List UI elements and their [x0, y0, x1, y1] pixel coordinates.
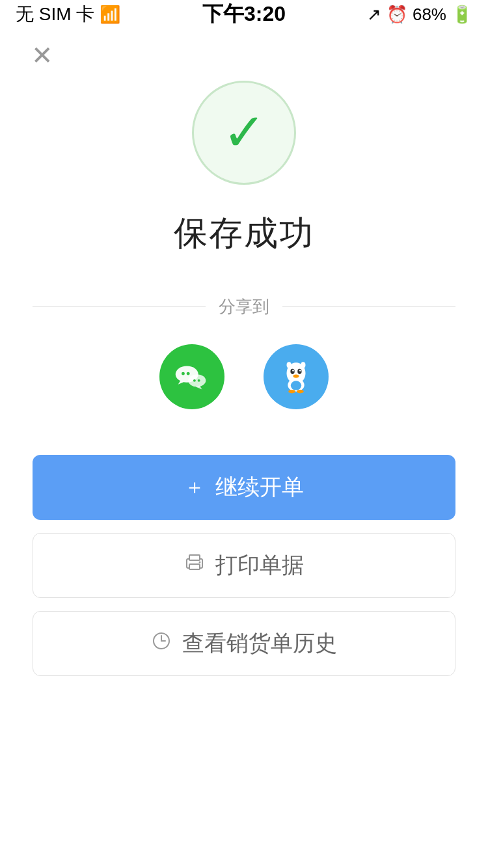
svg-point-12	[297, 369, 301, 374]
svg-point-13	[292, 370, 294, 372]
continue-order-button[interactable]: ＋ 继续开单	[33, 455, 455, 520]
battery-icon: 🔋	[452, 5, 472, 25]
qq-share-button[interactable]	[264, 344, 329, 409]
qq-icon	[277, 358, 315, 396]
svg-point-2	[182, 372, 185, 375]
wechat-share-button[interactable]	[159, 344, 224, 409]
svg-point-14	[299, 370, 301, 372]
history-icon	[151, 631, 172, 657]
svg-point-10	[291, 381, 301, 390]
plus-icon: ＋	[184, 473, 205, 502]
history-button[interactable]: 查看销货单历史	[33, 611, 455, 676]
sim-text: 无 SIM 卡	[16, 2, 94, 27]
svg-point-11	[290, 369, 294, 374]
close-button[interactable]: ✕	[26, 39, 59, 72]
checkmark-icon: ✓	[223, 107, 266, 159]
status-bar: 无 SIM 卡 📶 下午3:20 ↗ ⏰ 68% 🔋	[0, 0, 488, 29]
share-row	[159, 344, 329, 409]
print-label: 打印单据	[215, 550, 304, 580]
wifi-icon: 📶	[100, 5, 120, 25]
status-time: 下午3:20	[202, 0, 286, 29]
share-label: 分享到	[219, 295, 269, 318]
svg-point-16	[288, 390, 295, 393]
svg-rect-21	[189, 555, 200, 560]
history-label: 查看销货单历史	[182, 629, 337, 658]
status-right: ↗ ⏰ 68% 🔋	[367, 5, 472, 25]
alarm-icon: ⏰	[386, 5, 407, 25]
success-title: 保存成功	[174, 211, 314, 256]
svg-point-5	[198, 379, 200, 382]
share-divider: 分享到	[33, 295, 455, 318]
svg-point-4	[193, 379, 196, 382]
svg-point-15	[293, 374, 299, 377]
battery-text: 68%	[413, 5, 446, 25]
continue-order-label: 继续开单	[215, 472, 304, 502]
svg-point-1	[188, 374, 206, 387]
svg-point-18	[287, 362, 291, 368]
svg-point-17	[297, 390, 304, 393]
divider-line-right	[282, 306, 455, 307]
svg-point-19	[301, 362, 305, 368]
location-icon: ↗	[367, 5, 381, 25]
status-left: 无 SIM 卡 📶	[16, 2, 120, 27]
print-button[interactable]: 打印单据	[33, 533, 455, 598]
divider-line-left	[33, 306, 206, 307]
action-buttons: ＋ 继续开单 打印单据 查看销货单历史	[33, 455, 455, 676]
success-circle: ✓	[192, 81, 296, 185]
svg-point-3	[187, 372, 190, 375]
print-icon	[184, 552, 205, 578]
svg-point-23	[199, 562, 201, 563]
main-content: ✓ 保存成功 分享到	[0, 29, 488, 676]
wechat-icon	[172, 357, 212, 397]
svg-rect-22	[189, 564, 200, 569]
close-icon: ✕	[31, 42, 53, 68]
